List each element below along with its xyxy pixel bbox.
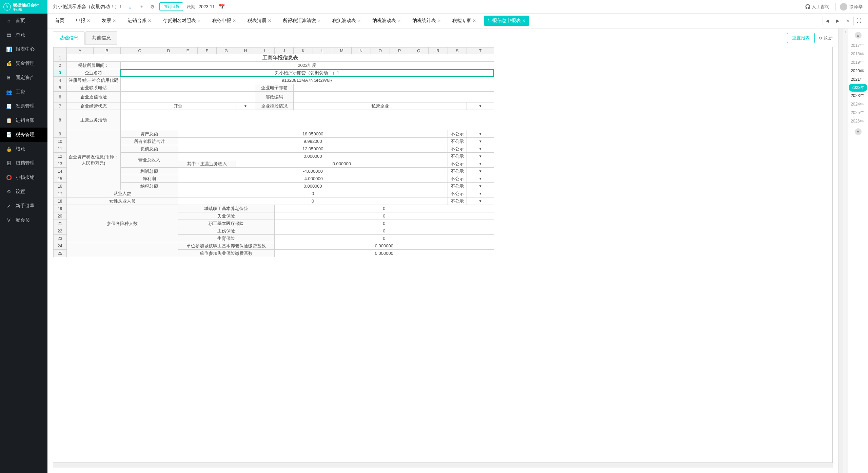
period-value[interactable]: 2023-11 bbox=[199, 4, 215, 9]
finance-value[interactable]: -4.000000 bbox=[178, 168, 448, 175]
col-header-N[interactable]: N bbox=[351, 48, 371, 54]
insurance-value[interactable]: 0 bbox=[274, 235, 494, 242]
year-2025年[interactable]: 2025年 bbox=[849, 109, 867, 117]
dropdown-icon[interactable]: ▼ bbox=[467, 160, 494, 168]
spreadsheet[interactable]: ABCDEFGHIJKLMNOPQRST 1工商年报信息表2税款所属期间：202… bbox=[53, 47, 833, 463]
row-header[interactable]: 13 bbox=[54, 160, 67, 168]
insurance-value[interactable]: 0 bbox=[274, 220, 494, 227]
row-header[interactable]: 2 bbox=[54, 62, 67, 69]
col-header-G[interactable]: G bbox=[217, 48, 236, 54]
nav-inout[interactable]: 📋进销台账 bbox=[0, 113, 47, 128]
dropdown-icon[interactable]: ▼ bbox=[467, 130, 494, 138]
year-2021年[interactable]: 2021年 bbox=[849, 75, 867, 84]
corner-cell[interactable] bbox=[54, 48, 67, 54]
dropdown-icon[interactable]: ▼ bbox=[467, 153, 494, 160]
tab-close-icon[interactable]: ✕ bbox=[148, 18, 151, 23]
disclose-select[interactable]: 不公示 bbox=[448, 168, 467, 175]
disclose-select[interactable]: 不公示 bbox=[448, 183, 467, 190]
tab-close-icon[interactable]: ✕ bbox=[437, 18, 441, 23]
col-header-J[interactable]: J bbox=[274, 48, 294, 54]
reg-value[interactable]: 91320811MA7NGR2W6R bbox=[120, 77, 494, 84]
col-header-F[interactable]: F bbox=[197, 48, 217, 54]
row-header[interactable]: 19 bbox=[54, 205, 67, 212]
fullscreen-icon[interactable]: ⛶ bbox=[853, 17, 864, 25]
row-header[interactable]: 12 bbox=[54, 153, 67, 160]
col-header-A[interactable]: A bbox=[66, 48, 93, 54]
row-header[interactable]: 7 bbox=[54, 102, 67, 110]
dropdown-icon[interactable]: ▼ bbox=[467, 197, 494, 205]
tab-close-icon[interactable]: ✕ bbox=[197, 18, 201, 23]
dropdown-icon[interactable]: ▼ bbox=[467, 145, 494, 153]
phone-input[interactable] bbox=[120, 84, 255, 92]
year-up-icon[interactable]: ▲ bbox=[855, 32, 862, 39]
chevron-down-icon[interactable]: ⌄ bbox=[125, 3, 135, 11]
tab-7[interactable]: 所得税汇算清缴✕ bbox=[279, 16, 324, 26]
col-header-T[interactable]: T bbox=[467, 48, 494, 54]
user-menu[interactable]: 徐泽华 bbox=[835, 3, 863, 11]
nav-expense[interactable]: ⭕小畅报销 bbox=[0, 170, 47, 185]
tab-3[interactable]: 进销台账✕ bbox=[124, 16, 155, 26]
dropdown-icon[interactable]: ▼ bbox=[467, 175, 494, 183]
nav-assets[interactable]: 🖥固定资产 bbox=[0, 71, 47, 85]
dropdown-icon[interactable]: ▼ bbox=[467, 138, 494, 145]
year-2018年[interactable]: 2018年 bbox=[849, 50, 867, 58]
tab-5[interactable]: 税务申报✕ bbox=[209, 16, 239, 26]
year-2023年[interactable]: 2023年 bbox=[849, 92, 867, 100]
col-header-D[interactable]: D bbox=[159, 48, 178, 54]
collapse-panel-icon[interactable]: ◁ bbox=[843, 29, 848, 473]
support-link[interactable]: 🎧 人工咨询 bbox=[805, 4, 829, 10]
row-header[interactable]: 9 bbox=[54, 130, 67, 138]
tab-close-icon[interactable]: ✕ bbox=[268, 18, 271, 23]
col-header-B[interactable]: B bbox=[94, 48, 120, 54]
col-header-M[interactable]: M bbox=[332, 48, 351, 54]
nav-guide[interactable]: ↗新手引导 bbox=[0, 199, 47, 213]
finance-value[interactable]: 0.000000 bbox=[178, 183, 448, 190]
female-input[interactable]: 0 bbox=[178, 197, 448, 205]
row-header[interactable]: 18 bbox=[54, 197, 67, 205]
col-header-L[interactable]: L bbox=[313, 48, 332, 54]
disclose-select[interactable]: 不公示 bbox=[448, 160, 467, 168]
tab-12[interactable]: 年报信息申报表✕ bbox=[484, 16, 529, 26]
tab-close-icon[interactable]: ✕ bbox=[522, 18, 526, 23]
row-header[interactable]: 21 bbox=[54, 220, 67, 227]
dropdown-icon[interactable]: ▼ bbox=[236, 102, 255, 110]
col-header-P[interactable]: P bbox=[390, 48, 409, 54]
disclose-select[interactable]: 不公示 bbox=[448, 130, 467, 138]
nav-ledger[interactable]: ▤总账 bbox=[0, 28, 47, 42]
col-header-E[interactable]: E bbox=[178, 48, 197, 54]
tab-0[interactable]: 首页 bbox=[52, 16, 68, 26]
reset-report-button[interactable]: 重置报表 bbox=[787, 33, 815, 43]
vertical-scrollbar[interactable] bbox=[838, 29, 843, 473]
email-input[interactable] bbox=[294, 84, 494, 92]
plus-icon[interactable]: ＋ bbox=[138, 2, 145, 11]
tab-1[interactable]: 申报✕ bbox=[73, 16, 94, 26]
base-value[interactable]: 0.000000 bbox=[274, 250, 494, 257]
row-header[interactable]: 8 bbox=[54, 110, 67, 130]
year-2019年[interactable]: 2019年 bbox=[849, 58, 867, 67]
row-header[interactable]: 1 bbox=[54, 54, 67, 62]
disclose-select[interactable]: 不公示 bbox=[448, 190, 467, 197]
row-header[interactable]: 24 bbox=[54, 242, 67, 250]
col-header-S[interactable]: S bbox=[448, 48, 467, 54]
tab-close-icon[interactable]: ✕ bbox=[397, 18, 401, 23]
row-header[interactable]: 16 bbox=[54, 183, 67, 190]
tab-close-icon[interactable]: ✕ bbox=[87, 18, 90, 23]
status-select[interactable]: 开业 bbox=[120, 102, 236, 110]
account-selector[interactable]: 刘小艳演示账套（勿删勿动！）1 bbox=[53, 4, 122, 10]
row-header[interactable]: 11 bbox=[54, 145, 67, 153]
tab-close-icon[interactable]: ✕ bbox=[113, 18, 116, 23]
col-header-C[interactable]: C bbox=[120, 48, 159, 54]
col-header-R[interactable]: R bbox=[428, 48, 448, 54]
finance-value[interactable]: 18.050000 bbox=[178, 130, 448, 138]
tab-close-icon[interactable]: ✕ bbox=[473, 18, 476, 23]
tab-close-all-icon[interactable]: ✕ bbox=[843, 17, 853, 25]
addr-input[interactable] bbox=[120, 92, 255, 102]
row-header[interactable]: 14 bbox=[54, 168, 67, 175]
tab-close-icon[interactable]: ✕ bbox=[317, 18, 321, 23]
tab-4[interactable]: 存货别名对照表✕ bbox=[159, 16, 204, 26]
year-2020年[interactable]: 2020年 bbox=[849, 67, 867, 75]
year-2017年[interactable]: 2017年 bbox=[849, 41, 867, 50]
col-header-H[interactable]: H bbox=[236, 48, 255, 54]
tab-prev-icon[interactable]: ◀ bbox=[823, 17, 832, 25]
nav-reports[interactable]: 📊报表中心 bbox=[0, 42, 47, 56]
